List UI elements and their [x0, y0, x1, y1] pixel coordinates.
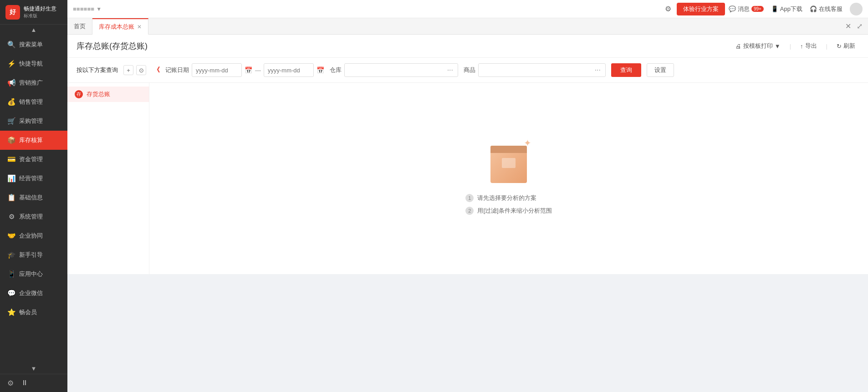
system-icon: ⚙ [7, 213, 15, 221]
marketing-icon: 📢 [7, 79, 15, 87]
app-logo-icon: 好 [5, 5, 20, 20]
online-support-button[interactable]: 🎧 在线客服 [810, 5, 842, 13]
warehouse-select[interactable]: ··· [344, 63, 458, 77]
hint-num-1: 1 [465, 194, 474, 202]
finance-icon: 💳 [7, 155, 15, 163]
sidebar-item-purchase[interactable]: 🛒 采购管理 [0, 112, 67, 131]
empty-hint-2: 2 用[过滤]条件来缩小分析范围 [465, 207, 551, 215]
filter-add-button[interactable]: + [123, 65, 133, 75]
sidebar-scroll-up[interactable]: ▲ [0, 25, 67, 35]
sidebar-item-member[interactable]: ⭐ 畅会员 [0, 303, 67, 322]
query-button[interactable]: 查询 [611, 63, 641, 77]
filter-area: 按以下方案查询 + ⊙ 《 记账日期 📅 — 📅 [67, 58, 868, 83]
sidebar-item-appcenter[interactable]: 📱 应用中心 [0, 265, 67, 284]
filter-manage-button[interactable]: ⊙ [136, 65, 146, 75]
tab-home[interactable]: 首页 [67, 18, 92, 35]
sidebar-item-sales[interactable]: 💰 销售管理 [0, 92, 67, 112]
message-badge: 99+ [751, 6, 764, 12]
sidebar-scroll-down[interactable]: ▼ [0, 363, 67, 374]
goods-filter-label: 商品 [464, 66, 475, 74]
print-dropdown-icon: ▼ [775, 43, 781, 50]
trial-industry-button[interactable]: 体验行业方案 [677, 3, 725, 15]
hint-num-2: 2 [465, 207, 474, 215]
breadcrumb-arrow: ▼ [96, 6, 102, 12]
print-template-button[interactable]: 🖨 按模板打印 ▼ [732, 40, 784, 52]
date-separator: — [255, 67, 261, 74]
tab-close-all-button[interactable]: ✕ [843, 20, 853, 32]
sidebar-item-search[interactable]: 🔍 搜索菜单 [0, 35, 67, 54]
warehouse-filter-field: 仓库 ··· [330, 63, 458, 77]
date-to-input[interactable] [264, 63, 314, 77]
scheme-item-icon: 存 [75, 90, 83, 98]
sidebar-item-operations[interactable]: 📊 经营管理 [0, 169, 67, 188]
sidebar-item-marketing[interactable]: 📢 营销推广 [0, 73, 67, 92]
app-download-button[interactable]: 📱 App下载 [771, 5, 802, 13]
sidebar-item-wechat[interactable]: 💬 企业微信 [0, 284, 67, 303]
newbie-icon: 🎓 [7, 251, 15, 259]
action-separator-1: | [790, 43, 791, 50]
goods-filter-field: 商品 ··· [464, 63, 606, 77]
export-button[interactable]: ↑ 导出 [797, 40, 821, 52]
tab-inventory-ledger[interactable]: 库存成本总账 ✕ [92, 18, 148, 35]
message-icon: 💬 [729, 5, 736, 12]
sidebar-item-quicknav[interactable]: ⚡ 快捷导航 [0, 54, 67, 73]
page-panel: 库存总账(存货总账) 🖨 按模板打印 ▼ | ↑ 导出 | ↻ [67, 35, 868, 274]
enterprise-icon: 🤝 [7, 232, 15, 240]
page-header: 库存总账(存货总账) 🖨 按模板打印 ▼ | ↑ 导出 | ↻ [67, 35, 868, 58]
refresh-button[interactable]: ↻ 刷新 [833, 40, 859, 52]
sales-icon: 💰 [7, 98, 15, 106]
sidebar-logo: 好 畅捷通好生意 标准版 [0, 0, 67, 25]
date-from-calendar-icon[interactable]: 📅 [245, 66, 252, 74]
warehouse-more-icon[interactable]: ··· [447, 66, 453, 74]
app-logo-text: 畅捷通好生意 标准版 [24, 5, 56, 19]
sidebar-item-basics[interactable]: 📋 基础信息 [0, 188, 67, 207]
user-avatar[interactable] [850, 3, 863, 15]
breadcrumb: ■■■■■■ ▼ [73, 5, 659, 12]
breadcrumb-home: ■■■■■■ [73, 5, 94, 12]
tabs-bar: 首页 库存成本总账 ✕ ✕ ⤢ [67, 18, 868, 35]
filter-row: 按以下方案查询 + ⊙ 《 记账日期 📅 — 📅 [77, 63, 859, 77]
sidebar-bottom-bar: ⚙ ⏸ [0, 374, 67, 392]
empty-box [490, 151, 527, 183]
date-from-input[interactable] [192, 63, 242, 77]
goods-more-icon[interactable]: ··· [595, 66, 601, 74]
app-download-icon: 📱 [771, 5, 778, 12]
sidebar-item-inventory[interactable]: 📦 库存核算 [0, 131, 67, 150]
inventory-icon: 📦 [7, 136, 15, 144]
message-button[interactable]: 💬 消息 99+ [729, 5, 764, 13]
page-header-actions: 🖨 按模板打印 ▼ | ↑ 导出 | ↻ 刷新 [732, 40, 859, 52]
topbar-right-actions: 💬 消息 99+ 📱 App下载 🎧 在线客服 [729, 3, 863, 15]
settings-button[interactable]: 设置 [647, 63, 674, 77]
search-icon: 🔍 [7, 41, 15, 49]
tabs-right-controls: ✕ ⤢ [843, 20, 868, 32]
scheme-item-inventory-ledger[interactable]: 存 存货总账 [67, 87, 149, 102]
export-icon: ↑ [800, 43, 803, 50]
filter-collapse-button[interactable]: 《 [153, 66, 160, 74]
sidebar-item-newbie[interactable]: 🎓 新手引导 [0, 245, 67, 265]
basics-icon: 📋 [7, 193, 15, 202]
goods-select[interactable]: ··· [478, 63, 606, 77]
topbar-settings-icon[interactable]: ⚙ [663, 3, 673, 15]
quicknav-icon: ⚡ [7, 60, 15, 68]
date-filter-label: 记账日期 [165, 66, 189, 74]
sidebar-item-enterprise[interactable]: 🤝 企业协同 [0, 226, 67, 245]
filter-scheme-actions: + ⊙ [123, 65, 146, 75]
topbar: ■■■■■■ ▼ ⚙ 体验行业方案 💬 消息 99+ 📱 App下载 🎧 在线客… [67, 0, 868, 18]
sidebar-item-finance[interactable]: 💳 资金管理 [0, 150, 67, 169]
purchase-icon: 🛒 [7, 117, 15, 125]
tab-close-icon[interactable]: ✕ [137, 24, 142, 30]
main-area: ■■■■■■ ▼ ⚙ 体验行业方案 💬 消息 99+ 📱 App下载 🎧 在线客… [67, 0, 868, 392]
page-title: 库存总账(存货总账) [77, 41, 148, 51]
page-content: 库存总账(存货总账) 🖨 按模板打印 ▼ | ↑ 导出 | ↻ [67, 35, 868, 392]
action-separator-2: | [826, 43, 827, 50]
sidebar-item-system[interactable]: ⚙ 系统管理 [0, 207, 67, 226]
empty-illustration: ✦ [481, 137, 536, 183]
sound-bottom-icon[interactable]: ⏸ [21, 379, 28, 387]
date-to-calendar-icon[interactable]: 📅 [317, 66, 324, 74]
warehouse-filter-label: 仓库 [330, 66, 342, 74]
empty-hints: 1 请先选择要分析的方案 2 用[过滤]条件来缩小分析范围 [465, 194, 551, 219]
settings-bottom-icon[interactable]: ⚙ [7, 379, 14, 387]
print-icon: 🖨 [735, 43, 741, 50]
appcenter-icon: 📱 [7, 270, 15, 278]
tab-resize-button[interactable]: ⤢ [855, 20, 864, 32]
